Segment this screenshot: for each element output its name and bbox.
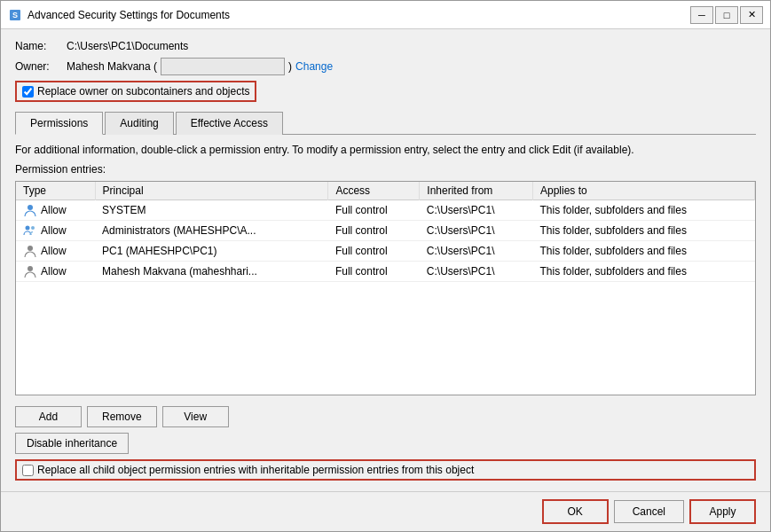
apply-button[interactable]: Apply: [689, 499, 756, 524]
owner-label: Owner:: [15, 60, 59, 73]
svg-point-6: [28, 266, 33, 271]
cell-access: Full control: [328, 221, 420, 241]
remove-button[interactable]: Remove: [87, 406, 157, 427]
name-label: Name:: [15, 40, 59, 52]
replace-owner-checkbox[interactable]: [22, 86, 34, 98]
cell-principal: Mahesh Makvana (maheshhari...: [95, 262, 328, 282]
col-access: Access: [328, 182, 420, 200]
add-button[interactable]: Add: [15, 406, 82, 427]
permission-table-container: Type Principal Access Inherited from App…: [15, 181, 756, 395]
permission-table: Type Principal Access Inherited from App…: [16, 182, 755, 282]
tab-bar: Permissions Auditing Effective Access: [15, 111, 756, 135]
maximize-button[interactable]: □: [715, 6, 738, 24]
col-applies: Applies to: [532, 182, 754, 200]
table-header-row: Type Principal Access Inherited from App…: [16, 182, 755, 200]
owner-value-container: Mahesh Makvana ( ) Change: [67, 58, 333, 75]
cell-principal: Administrators (MAHESHPC\A...: [95, 221, 328, 241]
window-controls: ─ □ ✕: [690, 6, 763, 24]
svg-text:S: S: [12, 11, 18, 20]
svg-point-2: [28, 205, 33, 210]
tab-permissions[interactable]: Permissions: [15, 112, 103, 135]
cell-principal: PC1 (MAHESHPC\PC1): [95, 241, 328, 262]
section-label: Permission entries:: [15, 163, 756, 176]
replace-child-label[interactable]: Replace all child object permission entr…: [37, 464, 474, 476]
permission-table-body: AllowSYSTEMFull controlC:\Users\PC1\This…: [16, 200, 755, 282]
cell-inherited: C:\Users\PC1\: [420, 221, 533, 241]
cell-type: Allow: [16, 221, 95, 241]
disable-inheritance-container: Disable inheritance: [15, 433, 756, 454]
col-principal: Principal: [95, 182, 328, 200]
cell-applies: This folder, subfolders and files: [532, 221, 754, 241]
view-button[interactable]: View: [162, 406, 229, 427]
svg-point-5: [28, 246, 33, 251]
tab-effective-access[interactable]: Effective Access: [176, 112, 283, 135]
replace-child-checkbox-row: Replace all child object permission entr…: [15, 459, 756, 481]
ok-button[interactable]: OK: [542, 499, 609, 524]
footer: OK Cancel Apply: [1, 491, 770, 531]
col-inherited: Inherited from: [420, 182, 533, 200]
cell-type: Allow: [16, 200, 95, 221]
table-row[interactable]: AllowAdministrators (MAHESHPC\A...Full c…: [16, 221, 755, 241]
svg-point-3: [26, 226, 30, 231]
svg-point-4: [31, 226, 35, 230]
replace-owner-checkbox-row: Replace owner on subcontainers and objec…: [15, 81, 256, 102]
table-row[interactable]: AllowSYSTEMFull controlC:\Users\PC1\This…: [16, 200, 755, 221]
cancel-button[interactable]: Cancel: [614, 500, 684, 523]
owner-field-row: Owner: Mahesh Makvana ( ) Change: [15, 58, 756, 75]
title-bar: S Advanced Security Settings for Documen…: [1, 1, 770, 29]
tab-auditing[interactable]: Auditing: [105, 112, 173, 135]
cell-applies: This folder, subfolders and files: [532, 262, 754, 282]
owner-name-input: [161, 58, 285, 75]
cell-type: Allow: [16, 262, 95, 282]
cell-access: Full control: [328, 200, 420, 221]
cell-access: Full control: [328, 241, 420, 262]
window-title: Advanced Security Settings for Documents: [28, 9, 690, 21]
cell-inherited: C:\Users\PC1\: [420, 241, 533, 262]
name-value: C:\Users\PC1\Documents: [67, 40, 188, 52]
cell-type: Allow: [16, 241, 95, 262]
change-owner-link[interactable]: Change: [295, 60, 333, 73]
info-text: For additional information, double-click…: [15, 144, 756, 156]
cell-access: Full control: [328, 262, 420, 282]
cell-applies: This folder, subfolders and files: [532, 200, 754, 221]
cell-inherited: C:\Users\PC1\: [420, 262, 533, 282]
owner-name: Mahesh Makvana (: [67, 60, 157, 73]
replace-child-checkbox[interactable]: [22, 465, 34, 476]
main-content: Name: C:\Users\PC1\Documents Owner: Mahe…: [1, 29, 770, 491]
col-type: Type: [16, 182, 95, 200]
owner-name-suffix: ): [288, 60, 292, 73]
window-icon: S: [8, 8, 22, 22]
action-buttons: Add Remove View: [15, 406, 756, 427]
main-window: S Advanced Security Settings for Documen…: [0, 0, 771, 532]
disable-inheritance-button[interactable]: Disable inheritance: [15, 433, 129, 454]
cell-applies: This folder, subfolders and files: [532, 241, 754, 262]
table-row[interactable]: AllowMahesh Makvana (maheshhari...Full c…: [16, 262, 755, 282]
minimize-button[interactable]: ─: [690, 6, 713, 24]
close-button[interactable]: ✕: [740, 6, 763, 24]
cell-inherited: C:\Users\PC1\: [420, 200, 533, 221]
replace-owner-label[interactable]: Replace owner on subcontainers and objec…: [37, 85, 249, 98]
cell-principal: SYSTEM: [95, 200, 328, 221]
name-field-row: Name: C:\Users\PC1\Documents: [15, 40, 756, 52]
table-row[interactable]: AllowPC1 (MAHESHPC\PC1)Full controlC:\Us…: [16, 241, 755, 262]
